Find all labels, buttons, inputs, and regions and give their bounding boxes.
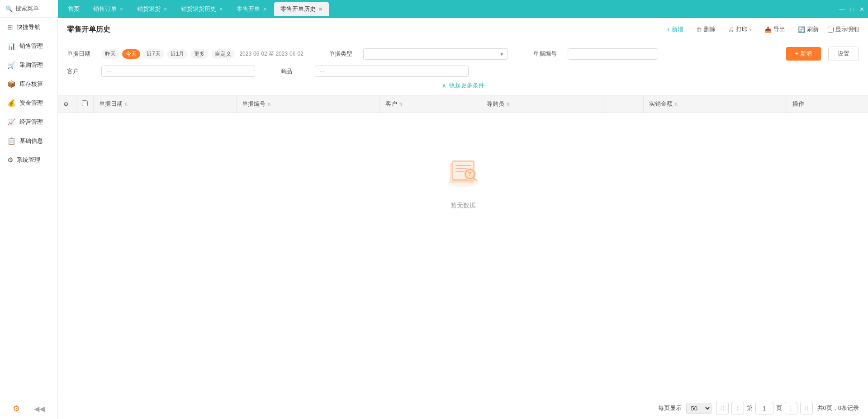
print-label: 打印	[736, 25, 748, 33]
th-checkbox	[76, 95, 93, 113]
page-suffix: 页	[776, 404, 782, 412]
tab-home[interactable]: 首页	[62, 2, 86, 16]
window-controls: — □ ✕	[839, 6, 864, 13]
refresh-button[interactable]: 🔄 刷新	[794, 24, 822, 35]
refresh-icon: 🔄	[798, 26, 805, 33]
sidebar-item-inventory[interactable]: 📦 库存核算	[0, 75, 57, 94]
sort-icon-guide: ⇅	[506, 102, 510, 107]
sidebar-search[interactable]: 🔍 搜索菜单	[0, 0, 57, 18]
page-nav: ⟨⟨ ⟨ 第 页 ⟩ ⟩⟩	[716, 402, 813, 414]
query-button[interactable]: + 新增	[786, 47, 821, 61]
tab-sales-return-history[interactable]: 销货退货历史 ✕	[175, 2, 229, 16]
column-settings-icon[interactable]: ⚙	[63, 101, 69, 108]
settings-button[interactable]: 设置	[828, 47, 859, 61]
inventory-icon: 📦	[7, 80, 16, 88]
sidebar-item-operation[interactable]: 📈 经营管理	[0, 113, 57, 132]
show-detail-toggle[interactable]: 显示明细	[828, 25, 859, 33]
type-select[interactable]	[363, 48, 508, 60]
customer-filter-label: 客户	[67, 67, 94, 75]
select-all-checkbox[interactable]	[82, 100, 88, 106]
th-guide: 导购员 ⇅	[481, 95, 603, 113]
delete-icon: 🗑	[696, 26, 702, 33]
table-empty-row: ? 暂无数据	[58, 113, 868, 246]
export-button[interactable]: 📤 导出	[761, 24, 789, 35]
prev-page-btn[interactable]: ⟨	[731, 402, 744, 414]
number-filter-label: 单据编号	[533, 50, 560, 58]
collapse-sidebar-icon[interactable]: ◀◀	[34, 405, 45, 413]
chevron-up-icon: ∧	[442, 82, 446, 89]
sidebar-item-label: 基础信息	[19, 137, 43, 145]
first-page-btn[interactable]: ⟨⟨	[716, 402, 729, 414]
delete-button[interactable]: 🗑 删除	[693, 24, 719, 35]
page-header: 零售开单历史 + 新增 🗑 删除 🖨 打印 ▾ 📤 导出	[58, 18, 868, 41]
sidebar-item-base-info[interactable]: 📋 基础信息	[0, 132, 57, 151]
tab-sales-order[interactable]: 销售订单 ✕	[87, 2, 130, 16]
data-table: ⚙ 单据日期 ⇅ 单据编号	[58, 95, 868, 246]
tab-sales-return[interactable]: 销货退货 ✕	[131, 2, 174, 16]
settings-bottom-icon[interactable]: ⚙	[13, 404, 20, 414]
date-range-display: 2023-06-02 至 2023-06-02	[239, 50, 303, 58]
sort-icon-date: ⇅	[124, 102, 128, 107]
tab-label: 销售订单	[93, 5, 117, 13]
refresh-label: 刷新	[807, 25, 819, 33]
total-info: 共0页，0条记录	[817, 404, 859, 412]
sort-amount[interactable]: 实销金额 ⇅	[649, 100, 781, 108]
tab-close-icon[interactable]: ✕	[163, 6, 167, 12]
sort-guide[interactable]: 导购员 ⇅	[487, 100, 598, 108]
th-action: 操作	[787, 95, 868, 113]
sidebar-item-quick-nav[interactable]: ⊞ 快捷导航	[0, 18, 57, 37]
table-header-row: ⚙ 单据日期 ⇅ 单据编号	[58, 95, 868, 113]
tab-retail-open[interactable]: 零售开单 ✕	[230, 2, 273, 16]
tab-close-icon[interactable]: ✕	[318, 6, 323, 12]
tab-retail-history[interactable]: 零售开单历史 ✕	[274, 2, 329, 16]
customer-input[interactable]: ···	[101, 66, 255, 77]
date-btn-7days[interactable]: 近7天	[143, 49, 164, 59]
sidebar-item-label: 采购管理	[19, 61, 43, 69]
tab-label: 首页	[68, 5, 80, 13]
empty-text: 暂无数据	[451, 202, 476, 210]
sidebar-item-finance[interactable]: 💰 资金管理	[0, 94, 57, 113]
finance-icon: 💰	[7, 99, 16, 107]
per-page-label: 每页显示	[658, 404, 682, 412]
main-content: 首页 销售订单 ✕ 销货退货 ✕ 销货退货历史 ✕ 零售开单 ✕ 零售开单历史 …	[58, 0, 868, 419]
sort-number[interactable]: 单据编号 ⇅	[242, 100, 374, 108]
show-detail-label: 显示明细	[835, 25, 859, 33]
number-input[interactable]	[568, 48, 658, 60]
date-btn-custom[interactable]: 自定义	[211, 49, 235, 59]
tab-close-icon[interactable]: ✕	[219, 6, 223, 12]
show-detail-checkbox[interactable]	[828, 27, 834, 33]
pagination: 每页显示 20 50 100 200 ⟨⟨ ⟨ 第 页 ⟩ ⟩⟩ 共0页，0条记…	[58, 397, 868, 419]
sidebar-item-label: 资金管理	[19, 99, 43, 107]
sidebar-bottom: ⚙ ◀◀	[0, 398, 57, 419]
collapse-filter-btn[interactable]: ∧ 收起更多条件	[67, 81, 859, 89]
per-page-select[interactable]: 20 50 100 200	[686, 403, 711, 414]
add-button[interactable]: + 新增	[663, 24, 687, 35]
add-label: + 新增	[667, 25, 683, 33]
sidebar-item-purchase-mgmt[interactable]: 🛒 采购管理	[0, 56, 57, 75]
sidebar-item-system[interactable]: ⚙ 系统管理	[0, 151, 57, 169]
date-btn-yesterday[interactable]: 昨天	[101, 49, 119, 59]
sort-customer[interactable]: 客户 ⇅	[385, 100, 475, 108]
svg-text:?: ?	[468, 170, 471, 177]
next-page-btn[interactable]: ⟩	[785, 402, 797, 414]
goods-input[interactable]: ···	[315, 66, 469, 77]
date-filter-label: 单据日期	[67, 50, 94, 58]
sidebar-item-label: 经营管理	[19, 118, 43, 126]
tab-close-icon[interactable]: ✕	[119, 6, 123, 12]
sidebar-item-sales-mgmt[interactable]: 📊 销售管理	[0, 37, 57, 56]
close-btn[interactable]: ✕	[859, 6, 864, 13]
date-btn-today[interactable]: 今天	[122, 49, 140, 59]
current-page-input[interactable]	[755, 402, 773, 414]
maximize-btn[interactable]: □	[850, 6, 854, 13]
last-page-btn[interactable]: ⟩⟩	[800, 402, 813, 414]
sort-icon-customer: ⇅	[399, 102, 403, 107]
minimize-btn[interactable]: —	[839, 6, 845, 13]
print-button[interactable]: 🖨 打印 ▾	[725, 24, 755, 35]
th-customer: 客户 ⇅	[379, 95, 481, 113]
tab-close-icon[interactable]: ✕	[263, 6, 267, 12]
date-btn-1month[interactable]: 近1月	[167, 49, 188, 59]
sort-date[interactable]: 单据日期 ⇅	[99, 100, 231, 108]
th-settings: ⚙	[58, 95, 76, 113]
sidebar: 🔍 搜索菜单 ⊞ 快捷导航 📊 销售管理 🛒 采购管理 📦 库存核算 💰 资金管…	[0, 0, 58, 419]
date-btn-more[interactable]: 更多	[190, 49, 209, 59]
